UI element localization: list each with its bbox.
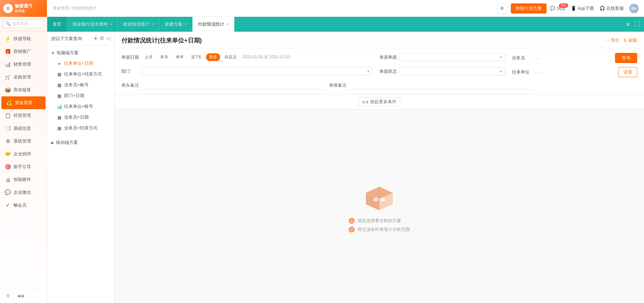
user-avatar[interactable]: Rit — [629, 4, 639, 13]
body-note-input[interactable] — [349, 81, 530, 89]
date-option-custom[interactable]: 自定义 — [222, 53, 240, 61]
tab-new-scheme[interactable]: 新建方案 × — [159, 17, 193, 32]
refresh-label: 刷新 — [628, 37, 637, 43]
payments-tab-label: 付款情况统计 — [198, 21, 224, 27]
source-doc-select[interactable]: ▾ — [400, 53, 505, 61]
sidebar-item-purchase[interactable]: 🛒 采购管理 — [0, 71, 47, 84]
payments-tab-close[interactable]: × — [226, 22, 229, 26]
scheme-item-dept-date[interactable]: ▦ 部门+日期 — [47, 90, 114, 101]
quick-nav-icon: ⚡ — [5, 36, 11, 42]
date-option-last-month[interactable]: 上月 — [142, 53, 156, 61]
search-input-area[interactable]: 🔍 搜索菜单 — [3, 20, 43, 28]
sidebar-nav: ⚡ 快捷导航 🎁 营销推广 📊 销售管理 🛒 采购管理 📦 库存核算 💰 资金管… — [0, 31, 47, 288]
scheme-item-partner-account[interactable]: 📊 往来单位+账号 — [47, 101, 114, 112]
scheme-item-staff-account[interactable]: ▦ 业务员+账号 — [47, 80, 114, 90]
date-option-this-month[interactable]: 本月 — [157, 53, 171, 61]
scheme-item-staff-settle[interactable]: ▦ 业务员+结算方式 — [47, 123, 114, 133]
dept-select[interactable]: ▾ — [141, 67, 373, 75]
tab-close-all-button[interactable]: ✕ — [624, 20, 632, 28]
sidebar-collapse-button[interactable]: ◀◀ — [16, 291, 25, 300]
trial-button[interactable]: 体验行业方案 — [511, 3, 547, 13]
date-option-more[interactable]: 更多 — [206, 53, 220, 61]
app-download-button[interactable]: 📱 App下载 — [571, 5, 594, 11]
logo-text-group: 畅捷通巧 标准版 — [15, 3, 32, 13]
sidebar-item-basic[interactable]: 📑 基础信息 — [0, 122, 47, 135]
sidebar-item-guide[interactable]: 🎯 新手引导 — [0, 160, 47, 173]
logo-icon: 6 — [3, 4, 13, 13]
tab-receipts[interactable]: 收款情况统计 × — [118, 17, 159, 32]
scheme-item-label: 部门+日期 — [64, 93, 84, 99]
filter-body-note-item: 表体备注 — [329, 81, 530, 89]
desktop-section-toggle[interactable]: ▼ 电脑端方案 — [47, 48, 114, 58]
scheme-add-button[interactable]: + — [94, 35, 97, 42]
sidebar-item-member[interactable]: ✓ 畅会员 — [0, 199, 47, 212]
mobile-section-toggle[interactable]: ▶ 移动端方案 — [47, 138, 114, 148]
tip-text-2: 用过滤条件来缩小分析范围 — [357, 226, 410, 233]
body-note-label: 表体备注 — [329, 82, 347, 88]
message-button[interactable]: 💬 消息 99+ — [550, 5, 565, 11]
sidebar-item-label: 资金管理 — [15, 100, 32, 106]
svg-point-3 — [380, 198, 385, 202]
sidebar-item-label: 新手引导 — [13, 164, 31, 170]
sidebar-item-marketing[interactable]: 🎁 营销推广 — [0, 45, 47, 58]
sidebar-item-system[interactable]: ⚙ 系统管理 — [0, 135, 47, 148]
tab-payments[interactable]: 付款情况统计 × — [193, 17, 234, 32]
new-scheme-tab-close[interactable]: × — [184, 22, 187, 26]
empty-illustration — [359, 180, 400, 214]
message-badge: 99+ — [559, 3, 568, 8]
scheme-settings-button[interactable]: ⚙ — [99, 35, 104, 42]
receipts-tab-close[interactable]: × — [151, 22, 154, 26]
sidebar-item-quick-nav[interactable]: ⚡ 快捷导航 — [0, 32, 47, 45]
scheme-collapse-button[interactable]: ◁ — [106, 35, 110, 42]
sidebar-search-container[interactable]: 🔍 搜索菜单 — [0, 17, 47, 31]
app-icon: 📱 — [571, 6, 576, 11]
content-area: 付款情况统计(往来单位+日期) ↑ 导出 ↻ 刷新 单 — [115, 32, 644, 303]
marketing-icon: 🎁 — [5, 49, 11, 55]
tab-expand-button[interactable]: ⛶ — [633, 20, 641, 28]
scheme-item-staff-date[interactable]: ▦ 业务员+日期 — [47, 112, 114, 123]
scheme-panel-header: 按以下方案查询 + ⚙ ◁ — [47, 32, 114, 46]
date-option-this-year[interactable]: 本年 — [173, 53, 187, 61]
settings-button[interactable]: 设置 — [618, 67, 637, 77]
logo-text: 畅捷通巧 — [15, 3, 32, 9]
refresh-button[interactable]: ↻ 刷新 — [623, 37, 637, 43]
collapse-button[interactable]: ∧∧ 收起更多条件 — [358, 97, 400, 107]
scheme-icon: ▦ — [57, 115, 62, 120]
date-label: 单据日期 — [121, 54, 139, 60]
date-option-7days[interactable]: 近7天 — [188, 53, 205, 61]
doc-status-select[interactable]: ▾ — [400, 67, 505, 75]
staff-select-button[interactable]: ··· — [531, 54, 543, 62]
empty-tip-1: 1 请先选择要分析的方案 — [349, 218, 410, 224]
sidebar-item-collab[interactable]: 🤝 企业协同 — [0, 148, 47, 160]
sidebar-item-weixin[interactable]: 💬 企业微信 — [0, 186, 47, 199]
sidebar-item-sales[interactable]: 📊 销售管理 — [0, 58, 47, 71]
header-note-input[interactable] — [142, 81, 322, 89]
sidebar-item-label: 企业协同 — [13, 151, 31, 157]
tab-bank[interactable]: 现金银行流水查询 × — [67, 17, 118, 32]
export-button[interactable]: ↑ 导出 — [607, 37, 620, 43]
sidebar-header: 6 畅捷通巧 标准版 — [0, 0, 47, 17]
filter-row-1: 单据日期 上月 本月 本年 近7天 更多 自定义 2022-01-01 至 20… — [121, 53, 637, 63]
source-doc-chevron: ▾ — [500, 55, 502, 60]
breadcrumb-text: 资金管理 / 付款情况统计 — [53, 5, 96, 11]
scheme-item-partner-date[interactable]: ● 往来单位+日期 — [47, 58, 114, 69]
sidebar-item-label: 经营管理 — [13, 113, 31, 119]
topbar-settings-button[interactable]: ⚙ — [497, 3, 507, 14]
empty-tips: 1 请先选择要分析的方案 2 用过滤条件来缩小分析范围 — [349, 218, 410, 233]
partner-select-button[interactable]: ··· — [532, 68, 544, 76]
query-button[interactable]: 查询 — [615, 53, 637, 63]
app-download-label: App下载 — [578, 5, 594, 11]
sidebar-settings-button[interactable]: ⚙ — [3, 291, 13, 300]
bank-tab-close[interactable]: × — [110, 22, 112, 26]
sidebar-item-inventory[interactable]: 📦 库存核算 — [0, 84, 47, 96]
sidebar-item-hardware[interactable]: 🖨 智能硬件 — [0, 173, 47, 186]
content-header-actions: ↑ 导出 ↻ 刷新 — [607, 37, 638, 43]
scheme-item-partner-settle[interactable]: ▦ 往来单位+结算方式 — [47, 69, 114, 80]
online-service-button[interactable]: 🎧 在线客服 — [599, 5, 624, 11]
desktop-section-label: 电脑端方案 — [57, 50, 79, 56]
sidebar-item-finance[interactable]: 💰 资金管理 — [1, 96, 46, 109]
page-body: 按以下方案查询 + ⚙ ◁ ▼ 电脑端方案 ● 往来单位+日期 ▦ — [47, 32, 644, 303]
sidebar-item-operation[interactable]: 📋 经营管理 — [0, 109, 47, 122]
finance-icon: 💰 — [6, 100, 12, 106]
tab-home[interactable]: 首页 — [47, 17, 67, 32]
